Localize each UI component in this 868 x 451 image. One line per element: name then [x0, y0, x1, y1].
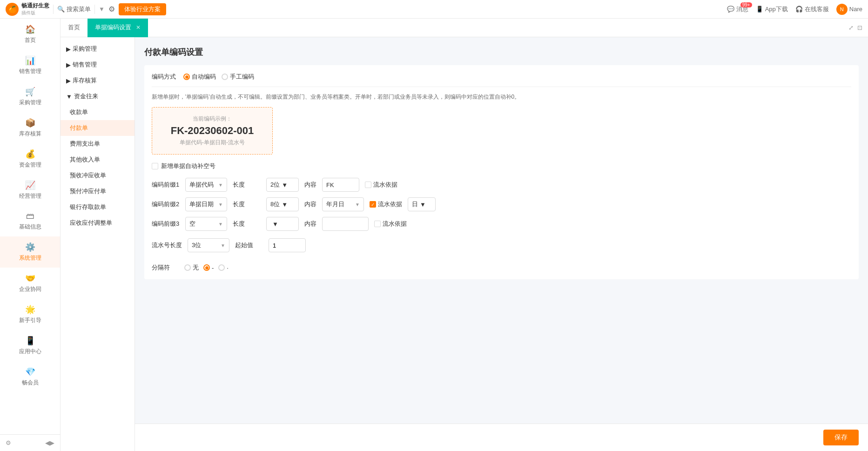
- sub-menu-header-fund[interactable]: ▼ 资金往来: [61, 88, 135, 104]
- sidebar-item-inventory[interactable]: 📦 库存核算: [0, 112, 60, 143]
- sub-menu-header-purchase[interactable]: ▶ 采购管理: [61, 41, 135, 57]
- prefix3-select[interactable]: 空 ▼: [185, 217, 227, 231]
- sidebar-bottom: ⚙ ◀▶: [0, 434, 60, 451]
- sub-menu-group-purchase: ▶ 采购管理: [61, 41, 135, 57]
- radio-manual-circle: [222, 74, 228, 80]
- sidebar-item-guide[interactable]: 🌟 新手引导: [0, 299, 60, 330]
- topbar-right: 💬 消息 99+ 📱 App下载 🎧 在线客服 N Nare: [727, 4, 862, 15]
- example-box: 当前编码示例： FK-20230602-001 单据代码-单据日期-流水号: [152, 107, 273, 155]
- settings-bottom-icon[interactable]: ⚙: [6, 439, 11, 446]
- sep-none-label: 无: [193, 263, 199, 272]
- tab-encode-settings[interactable]: 单据编码设置 ✕: [87, 19, 148, 37]
- sub-menu-item-bank[interactable]: 银行存取款单: [61, 199, 135, 215]
- prefix2-serial-box: ✓: [370, 201, 376, 208]
- search-label: 搜索菜单: [67, 5, 91, 13]
- sub-menu-header-sales[interactable]: ▶ 销售管理: [61, 57, 135, 73]
- tip-text: 新增单据时，'单据编码'自动生成，不可编辑。前缀设置为部门、业务员等档案类。开单…: [152, 93, 851, 101]
- app-download-label: App下载: [765, 5, 788, 13]
- serial-length-label: 流水号长度: [152, 241, 182, 249]
- prefix3-length-label: 长度: [233, 220, 261, 228]
- chevron-down-icon[interactable]: ▼: [99, 6, 105, 13]
- sidebar-item-system[interactable]: ⚙️ 系统管理: [0, 236, 60, 268]
- auto-fill-checkbox[interactable]: [152, 163, 158, 169]
- tab-home[interactable]: 首页: [61, 19, 87, 37]
- brand-text: 畅通好生意 插件版: [21, 2, 49, 16]
- sub-menu-header-inventory[interactable]: ▶ 库存核算: [61, 73, 135, 88]
- prefix3-serial-checkbox[interactable]: 流水依据: [374, 220, 407, 228]
- prefix3-length-select[interactable]: ▼: [266, 217, 299, 231]
- prefix2-content-select[interactable]: 年月日 ▼: [322, 197, 364, 211]
- sidebar-item-purchase[interactable]: 🛒 采购管理: [0, 81, 60, 112]
- prefix2-serial-label: 流水依据: [378, 200, 402, 209]
- serial-length-select[interactable]: 3位 ▼: [188, 238, 229, 252]
- divider2: [94, 5, 95, 14]
- prefix2-serial-checkbox[interactable]: ✓ 流水依据: [370, 200, 402, 209]
- radio-manual-encode[interactable]: 手工编码: [222, 73, 254, 81]
- sep-dash[interactable]: -: [203, 264, 214, 271]
- sub-menu-item-advance-receipt[interactable]: 预收冲应收单: [61, 168, 135, 183]
- sub-menu-item-adjustment[interactable]: 应收应付调整单: [61, 215, 135, 231]
- sub-menu-item-payment[interactable]: 付款单: [61, 120, 135, 136]
- sidebar-item-home[interactable]: 🏠 首页: [0, 19, 60, 50]
- sub-menu-item-advance-payment[interactable]: 预付冲应付单: [61, 183, 135, 199]
- start-value-input[interactable]: [269, 238, 306, 252]
- sidebar-label-basic: 基础信息: [19, 223, 41, 231]
- tab-encode-label: 单据编码设置: [95, 23, 131, 32]
- sep-dot[interactable]: ·: [218, 264, 229, 271]
- serial-length-value: 3位: [192, 241, 201, 249]
- prefix2-row: 编码前缀2 单据日期 ▼ 长度 8位 ▼ 内容: [152, 197, 851, 211]
- message-badge: 99+: [740, 2, 752, 7]
- sidebar-label-sales: 销售管理: [19, 67, 41, 75]
- example-label: 当前编码示例：: [161, 115, 263, 123]
- user-avatar[interactable]: N Nare: [836, 4, 862, 15]
- sidebar-item-sales[interactable]: 📊 销售管理: [0, 50, 60, 81]
- radio-auto-encode[interactable]: 自动编码: [183, 73, 216, 81]
- prefix2-select[interactable]: 单据日期 ▼: [185, 197, 227, 211]
- sidebar: 🏠 首页 📊 销售管理 🛒 采购管理 📦 库存核算 💰 资金管理 📈 经: [0, 19, 61, 451]
- sidebar-item-enterprise[interactable]: 🤝 企业协同: [0, 268, 60, 299]
- save-button[interactable]: 保存: [823, 430, 859, 445]
- tab-expand-icon[interactable]: ⤢: [848, 24, 854, 31]
- prefix1-length-select[interactable]: 2位 ▼: [266, 178, 299, 192]
- prefix3-arrow-icon: ▼: [218, 222, 223, 227]
- manual-encode-label: 手工编码: [230, 73, 254, 81]
- collapse-icon[interactable]: ◀▶: [45, 439, 54, 446]
- sidebar-item-member[interactable]: 💎 畅会员: [0, 361, 60, 392]
- sidebar-item-finance[interactable]: 💰 资金管理: [0, 143, 60, 175]
- app-download-button[interactable]: 📱 App下载: [756, 5, 788, 13]
- prefix1-arrow-icon: ▼: [218, 182, 223, 188]
- arrow-right-icon: ▶: [66, 46, 71, 53]
- sidebar-item-operations[interactable]: 📈 经营管理: [0, 175, 60, 206]
- sub-menu-group-fund: ▼ 资金往来 收款单 付款单 费用支出单 其他收入单 预收冲应收单 预付冲应付单…: [61, 88, 135, 231]
- sub-menu-item-expense[interactable]: 费用支出单: [61, 136, 135, 152]
- experience-button[interactable]: 体验行业方案: [119, 3, 166, 15]
- tabbar: 首页 单据编码设置 ✕ ⤢ ⊡: [61, 19, 868, 37]
- settings-icon[interactable]: ⚙: [108, 5, 115, 13]
- sep-dot-circle: [218, 264, 225, 271]
- home-icon: 🏠: [25, 24, 35, 34]
- prefix2-length-arrow-icon: ▼: [282, 201, 288, 208]
- operations-icon: 📈: [25, 180, 35, 190]
- search-menu[interactable]: 🔍 搜索菜单: [57, 5, 91, 13]
- serial-length-arrow-icon: ▼: [221, 243, 225, 248]
- brand-sub: 插件版: [21, 10, 49, 16]
- sidebar-item-basic[interactable]: 🗃 基础信息: [0, 206, 60, 236]
- brand-name: 畅通好生意: [21, 2, 49, 10]
- sidebar-item-apps[interactable]: 📱 应用中心: [0, 330, 60, 361]
- sep-none[interactable]: 无: [184, 263, 199, 272]
- prefix1-content-input[interactable]: FK: [322, 178, 359, 192]
- prefix1-serial-checkbox[interactable]: 流水依据: [365, 181, 397, 189]
- prefix1-select[interactable]: 单据代码 ▼: [185, 178, 227, 192]
- message-button[interactable]: 💬 消息 99+: [727, 5, 748, 13]
- prefix2-date-select[interactable]: 日 ▼: [408, 197, 436, 211]
- tab-fullscreen-icon[interactable]: ⊡: [857, 24, 862, 31]
- example-code: FK-20230602-001: [161, 125, 263, 137]
- sub-menu-item-other-income[interactable]: 其他收入单: [61, 152, 135, 168]
- online-service-button[interactable]: 🎧 在线客服: [795, 5, 829, 13]
- prefix1-length-label: 长度: [233, 181, 261, 189]
- prefix3-content-input[interactable]: [322, 217, 369, 231]
- tab-close-icon[interactable]: ✕: [136, 24, 141, 31]
- divider1: [53, 5, 54, 14]
- prefix2-length-select[interactable]: 8位 ▼: [266, 197, 299, 211]
- sub-menu-item-receipt[interactable]: 收款单: [61, 104, 135, 120]
